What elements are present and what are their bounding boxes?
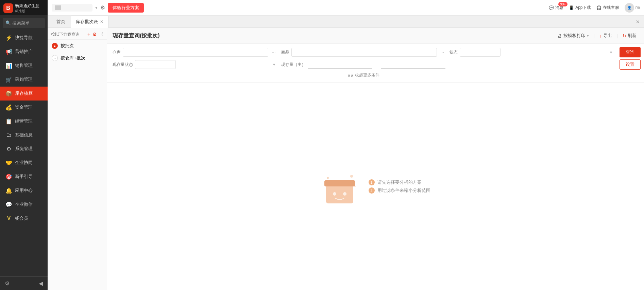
svg-rect-0 — [326, 185, 353, 203]
svg-point-4 — [350, 175, 353, 178]
status-label: 状态 — [450, 50, 458, 55]
finance-icon: 💰 — [5, 104, 12, 111]
service-label: 在线客服 — [603, 5, 619, 11]
stock-status-arrow: ▾ — [273, 62, 275, 67]
print-label: 按模板打印 — [563, 33, 586, 39]
page-header: 现存量查询(按批次) 🖨 按模板打印 ▾ | ↓ 导出 | ↻ — [107, 28, 644, 44]
sales-icon: 📊 — [5, 62, 12, 69]
scheme-label: 按批次 — [61, 43, 74, 49]
add-scheme-button[interactable]: + — [87, 31, 90, 37]
scheme-settings-button[interactable]: ⚙ — [92, 32, 97, 37]
sidebar-search[interactable]: 🔍 搜索菜单 — [3, 18, 45, 28]
tab-inventory-batch[interactable]: 库存批次账 ✕ — [71, 16, 108, 28]
print-button[interactable]: 🖨 按模板打印 ▾ — [556, 31, 591, 40]
topbar-settings-icon[interactable]: ⚙ — [100, 4, 105, 11]
sidebar-item-wechat[interactable]: 💬 企业微信 — [0, 198, 48, 212]
collapse-icon: ∧∧ — [348, 73, 354, 78]
sidebar-item-quick-nav[interactable]: ⚡ 快捷导航 — [0, 31, 48, 45]
svg-point-3 — [343, 192, 346, 196]
settings-bottom-icon[interactable]: ⚙ — [5, 280, 10, 287]
online-service-button[interactable]: 🎧 在线客服 — [596, 5, 619, 11]
message-icon: 💬 — [549, 5, 554, 10]
export-icon: ↓ — [599, 33, 602, 38]
sidebar-item-operation[interactable]: 📋 经营管理 — [0, 114, 48, 128]
filter-main: 仓库 ··· 商品 ··· 状态 — [107, 44, 620, 82]
tab-close-all[interactable]: ✕ — [636, 19, 640, 24]
warehouse-input[interactable] — [123, 48, 268, 57]
warehouse-more-icon[interactable]: ··· — [270, 50, 277, 55]
stock-qty-from[interactable] — [308, 61, 372, 69]
sidebar-item-member[interactable]: V 畅会员 — [0, 212, 48, 225]
sidebar-item-corp[interactable]: 🤝 企业协同 — [0, 156, 48, 170]
app-download-button[interactable]: 📱 App下载 — [569, 5, 591, 11]
stock-qty-field: 现存量（主） — — [281, 61, 446, 69]
sidebar-item-appstore[interactable]: 🔔 应用中心 — [0, 184, 48, 198]
tab-home[interactable]: 首页 — [52, 16, 70, 28]
topbar-search-box[interactable]: ▉▉ — [52, 4, 92, 12]
sidebar-bottom: ⚙ ◀ — [0, 276, 48, 290]
topbar-dropdown-arrow[interactable]: ▾ — [95, 5, 98, 10]
stock-qty-to[interactable] — [381, 61, 445, 69]
stock-status-select-wrapper: ▾ — [135, 60, 277, 69]
scheme-active-icon: ● — [52, 43, 58, 49]
nav-label: 资金管理 — [15, 104, 33, 110]
print-icon: 🖨 — [558, 33, 562, 38]
page-header-actions: 🖨 按模板打印 ▾ | ↓ 导出 | ↻ 刷新 — [556, 31, 639, 40]
nav-label: 库存核算 — [15, 90, 33, 96]
sidebar-item-purchase[interactable]: 🛒 采购管理 — [0, 73, 48, 87]
export-label: 导出 — [603, 33, 612, 39]
export-button[interactable]: ↓ 导出 — [597, 31, 614, 40]
refresh-button[interactable]: ↻ 刷新 — [621, 31, 639, 40]
sidebar-item-inventory[interactable]: 📦 库存核算 — [0, 87, 48, 101]
sidebar-nav: ⚡ 快捷导航 📢 营销推广 📊 销售管理 🛒 采购管理 📦 库存核算 💰 资金管… — [0, 31, 48, 276]
scheme-item-batch[interactable]: ● 按批次 — [48, 40, 107, 52]
sidebar-item-basic[interactable]: 🗂 基础信息 — [0, 128, 48, 142]
empty-illustration — [321, 169, 355, 203]
svg-rect-1 — [324, 180, 355, 186]
collapse-button[interactable]: ∧∧ 收起更多条件 — [348, 72, 379, 78]
hint-num-2: 2 — [369, 187, 375, 194]
query-button[interactable]: 查询 — [620, 47, 641, 57]
sidebar-item-system[interactable]: ⚙ 系统管理 — [0, 142, 48, 156]
collapse-panel-button[interactable]: 《 — [99, 31, 103, 37]
left-panel-title: 按以下方案查询 — [51, 32, 80, 37]
filter-row-1: 仓库 ··· 商品 ··· 状态 — [113, 48, 614, 57]
stock-status-select[interactable] — [135, 60, 176, 69]
sidebar-item-finance[interactable]: 💰 资金管理 — [0, 101, 48, 114]
marketing-icon: 📢 — [5, 49, 12, 55]
sidebar-item-sales[interactable]: 📊 销售管理 — [0, 59, 48, 73]
app-download-icon: 📱 — [569, 5, 574, 10]
data-area: 1 请先选择要分析的方案 2 用过滤条件来缩小分析范围 — [107, 83, 644, 290]
corp-icon: 🤝 — [5, 160, 12, 166]
message-button[interactable]: 💬 消息 99+ — [549, 5, 563, 11]
appstore-icon: 🔔 — [5, 187, 12, 194]
scheme-item-warehouse-batch[interactable]: ○ 按仓库+批次 — [48, 52, 107, 64]
product-more-icon[interactable]: ··· — [439, 50, 446, 55]
warehouse-label: 仓库 — [113, 50, 121, 55]
tab-close-icon[interactable]: ✕ — [100, 19, 103, 24]
sidebar-logo: B — [3, 3, 13, 13]
trial-button[interactable]: 体验行业方案 — [108, 3, 144, 13]
service-icon: 🎧 — [596, 5, 601, 10]
nav-label: 企业微信 — [15, 201, 33, 207]
status-field: 状态 ▾ — [450, 48, 614, 57]
print-dropdown-icon[interactable]: ▾ — [587, 34, 589, 38]
app-download-label: App下载 — [575, 5, 591, 11]
sidebar-item-guide[interactable]: 🎯 新手引导 — [0, 170, 48, 184]
main-area: ▉▉ ▾ ⚙ 体验行业方案 💬 消息 99+ 📱 App下载 🎧 在线客服 👤 … — [48, 0, 644, 290]
sidebar-item-marketing[interactable]: 📢 营销推广 — [0, 45, 48, 59]
empty-state: 1 请先选择要分析的方案 2 用过滤条件来缩小分析范围 — [321, 169, 430, 203]
hint-text-2: 用过滤条件来缩小分析范围 — [377, 187, 430, 194]
filter-side-buttons: 查询 设置 — [620, 44, 644, 82]
qty-dash: — — [374, 62, 379, 67]
settings-button[interactable]: 设置 — [620, 59, 641, 70]
svg-point-6 — [354, 186, 356, 187]
nav-label: 新手引导 — [15, 174, 33, 180]
product-input[interactable] — [291, 48, 437, 57]
nav-label: 快捷导航 — [15, 35, 33, 41]
nav-label: 应用中心 — [15, 187, 33, 194]
status-select[interactable] — [460, 48, 501, 57]
collapse-sidebar-icon[interactable]: ◀ — [39, 280, 43, 287]
product-field: 商品 ··· — [281, 48, 446, 57]
user-area[interactable]: 👤 Rit — [625, 3, 640, 13]
